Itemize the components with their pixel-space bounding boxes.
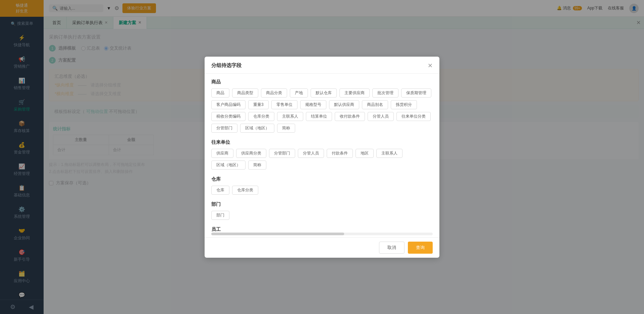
modal-footer: 取消 查询 (205, 237, 439, 258)
field-tag[interactable]: 客户商品编码 (211, 100, 246, 109)
field-tag[interactable]: 商品类型 (232, 88, 258, 98)
field-tag[interactable]: 主联系人 (277, 112, 303, 121)
field-tag[interactable]: 默认供应商 (329, 100, 359, 109)
section-partner: 往来单位 供应商 供应商分类 分管部门 分管人员 付款条件 地区 主联系人 区域… (211, 139, 433, 170)
section-goods-tags: 商品 商品类型 商品分类 产地 默认仓库 主要供应商 批次管理 保质期管理 客户… (211, 88, 433, 133)
field-tag[interactable]: 批次管理 (372, 88, 398, 98)
field-tag[interactable]: 仓库 (211, 186, 229, 195)
field-tag[interactable]: 主要供应商 (339, 88, 370, 98)
field-tag[interactable]: 供应商分类 (236, 149, 266, 158)
field-tag[interactable]: 分管人员 (368, 112, 394, 121)
hscrollbar-container (205, 231, 439, 237)
field-tag[interactable]: 分管人员 (298, 149, 324, 158)
field-tag[interactable]: 税收分类编码 (211, 112, 246, 121)
section-employee: 员工 业务员 (211, 227, 433, 231)
hscrollbar-track[interactable] (211, 233, 433, 235)
hscrollbar-thumb (211, 233, 344, 235)
modal-title: 分组待选字段 (211, 62, 241, 69)
section-partner-tags: 供应商 供应商分类 分管部门 分管人员 付款条件 地区 主联系人 区域（地区） … (211, 149, 433, 170)
modal-body[interactable]: 商品 商品 商品类型 商品分类 产地 默认仓库 主要供应商 批次管理 保质期管理… (205, 74, 439, 231)
confirm-button[interactable]: 查询 (408, 242, 433, 254)
section-employee-title: 员工 (211, 227, 433, 231)
section-warehouse-tags: 仓库 仓库分类 (211, 186, 433, 195)
field-tag[interactable]: 分管部门 (211, 124, 237, 133)
field-tag[interactable]: 简称 (248, 161, 266, 170)
field-tag[interactable]: 区域（地区） (240, 124, 274, 133)
field-tag[interactable]: 重量3 (248, 100, 269, 109)
modal-header: 分组待选字段 ✕ (205, 57, 439, 74)
field-tag[interactable]: 往来单位分类 (396, 112, 431, 121)
section-partner-title: 往来单位 (211, 139, 433, 145)
field-tag[interactable]: 拣货积分 (391, 100, 417, 109)
field-tag[interactable]: 主联系人 (376, 149, 402, 158)
modal-overlay: 分组待选字段 ✕ 商品 商品 商品类型 商品分类 产地 默认仓库 主要供应商 批… (0, 0, 644, 314)
field-tag[interactable]: 商品别名 (362, 100, 388, 109)
modal-close-btn[interactable]: ✕ (428, 62, 433, 69)
field-tag[interactable]: 规格型号 (300, 100, 326, 109)
field-tag[interactable]: 结算单位 (306, 112, 332, 121)
field-select-modal: 分组待选字段 ✕ 商品 商品 商品类型 商品分类 产地 默认仓库 主要供应商 批… (205, 57, 439, 258)
cancel-button[interactable]: 取消 (379, 242, 405, 254)
field-tag[interactable]: 付款条件 (327, 149, 353, 158)
section-goods-title: 商品 (211, 79, 433, 85)
field-tag[interactable]: 收付款条件 (335, 112, 365, 121)
section-goods: 商品 商品 商品类型 商品分类 产地 默认仓库 主要供应商 批次管理 保质期管理… (211, 79, 433, 133)
field-tag[interactable]: 简称 (277, 124, 295, 133)
field-tag[interactable]: 商品分类 (261, 88, 287, 98)
field-tag[interactable]: 区域（地区） (211, 161, 246, 170)
field-tag[interactable]: 仓库分类 (248, 112, 274, 121)
section-warehouse: 仓库 仓库 仓库分类 (211, 176, 433, 195)
section-department: 部门 部门 (211, 201, 433, 220)
field-tag[interactable]: 供应商 (211, 149, 233, 158)
field-tag[interactable]: 默认仓库 (311, 88, 337, 98)
field-tag[interactable]: 商品 (211, 88, 229, 98)
section-warehouse-title: 仓库 (211, 176, 433, 182)
field-tag[interactable]: 地区 (356, 149, 374, 158)
field-tag[interactable]: 仓库分类 (232, 186, 258, 195)
field-tag[interactable]: 部门 (211, 211, 229, 220)
section-department-title: 部门 (211, 201, 433, 207)
field-tag[interactable]: 分管部门 (269, 149, 295, 158)
field-tag[interactable]: 保质期管理 (401, 88, 431, 98)
section-department-tags: 部门 (211, 211, 433, 220)
field-tag[interactable]: 零售单位 (271, 100, 298, 109)
field-tag[interactable]: 产地 (290, 88, 308, 98)
